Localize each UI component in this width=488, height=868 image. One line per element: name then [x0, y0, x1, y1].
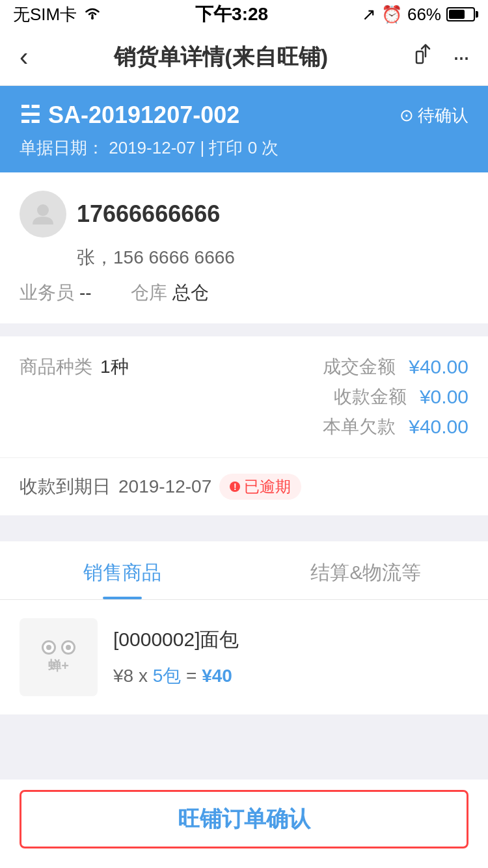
customer-card: 17666666666 张，156 6666 6666 业务员 -- 仓库 总仓	[0, 172, 488, 323]
product-name: [0000002]面包	[113, 627, 468, 653]
status-bar-time: 下午3:28	[195, 2, 268, 27]
owed-amount: 本单欠款 ¥40.00	[323, 414, 468, 439]
product-info: [0000002]面包 ¥8 x 5包 = ¥40	[113, 627, 468, 688]
order-id: ☵ SA-20191207-002	[20, 102, 239, 129]
alarm-icon: ⏰	[381, 5, 402, 25]
wifi-icon	[83, 5, 102, 25]
product-thumbnail: 蝉+	[20, 618, 98, 696]
status-bar-left: 无SIM卡	[13, 3, 102, 26]
customer-meta: 业务员 -- 仓库 总仓	[20, 280, 468, 305]
order-status: ⊙ 待确认	[400, 104, 468, 127]
owl-logo: 蝉+	[42, 640, 75, 675]
nav-bar: ‹ 销货单详情(来自旺铺) ···	[0, 29, 488, 86]
product-section: 蝉+ [0000002]面包 ¥8 x 5包 = ¥40	[0, 600, 488, 714]
location-icon: ↗	[362, 5, 376, 25]
bottom-bar: 旺铺订单确认	[0, 780, 488, 868]
sales-rep: 业务员 --	[20, 280, 92, 305]
order-header: ☵ SA-20191207-002 ⊙ 待确认 单据日期： 2019-12-07…	[0, 86, 488, 172]
battery-percent: 66%	[407, 5, 441, 25]
tab-products[interactable]: 销售商品	[0, 541, 244, 599]
due-date-label: 收款到期日	[20, 474, 111, 499]
product-item: 蝉+ [0000002]面包 ¥8 x 5包 = ¥40	[0, 600, 488, 714]
more-icon[interactable]: ···	[453, 44, 468, 71]
status-bar: 无SIM卡 下午3:28 ↗ ⏰ 66%	[0, 0, 488, 29]
overdue-text: 已逾期	[244, 476, 291, 497]
avatar	[20, 191, 66, 237]
customer-name: 张，156 6666 6666	[77, 245, 468, 270]
divider-2	[0, 515, 488, 528]
amounts: 成交金额 ¥40.00 收款金额 ¥0.00 本单欠款 ¥40.00	[323, 355, 468, 439]
equals-sign: =	[186, 666, 197, 686]
svg-point-0	[91, 17, 94, 20]
warehouse: 仓库 总仓	[131, 280, 209, 305]
owl-left-eye	[42, 640, 56, 655]
deal-amount: 成交金额 ¥40.00	[323, 355, 468, 379]
svg-point-2	[37, 204, 49, 216]
share-icon[interactable]	[414, 42, 437, 72]
brand-text: 蝉+	[48, 657, 69, 675]
due-date-card: 收款到期日 2019-12-07 ! 已逾期	[0, 457, 488, 515]
product-price-row: ¥8 x 5包 = ¥40	[113, 664, 468, 688]
order-icon: ☵	[20, 102, 40, 129]
tabs-container: 销售商品 结算&物流等	[0, 541, 488, 600]
due-date-value: 2019-12-07	[118, 476, 211, 497]
order-date: 单据日期： 2019-12-07 | 打印 0 次	[20, 137, 468, 159]
status-bar-right: ↗ ⏰ 66%	[362, 5, 475, 25]
clock-icon: ⊙	[400, 105, 414, 126]
tabs-row: 销售商品 结算&物流等	[0, 541, 488, 599]
battery-icon	[446, 7, 475, 21]
carrier-text: 无SIM卡	[13, 3, 77, 26]
back-button[interactable]: ‹	[20, 42, 28, 72]
overdue-badge: ! 已逾期	[219, 474, 301, 500]
nav-actions: ···	[414, 42, 468, 72]
customer-phone: 17666666666	[77, 200, 220, 228]
divider-1	[0, 323, 488, 336]
received-amount: 收款金额 ¥0.00	[334, 385, 468, 409]
product-total: ¥40	[202, 666, 232, 686]
multiply-sign: x	[139, 666, 148, 686]
confirm-button[interactable]: 旺铺订单确认	[20, 790, 468, 848]
page-title: 销货单详情(来自旺铺)	[114, 42, 328, 72]
summary-card: 商品种类 1种 成交金额 ¥40.00 收款金额 ¥0.00 本单欠款 ¥40.…	[0, 336, 488, 457]
goods-type: 商品种类 1种	[20, 355, 129, 379]
product-qty: 5包	[153, 666, 182, 686]
svg-rect-1	[416, 51, 423, 63]
owl-right-eye	[61, 640, 75, 655]
product-price: ¥8	[113, 666, 133, 686]
tab-settlement[interactable]: 结算&物流等	[244, 541, 488, 599]
